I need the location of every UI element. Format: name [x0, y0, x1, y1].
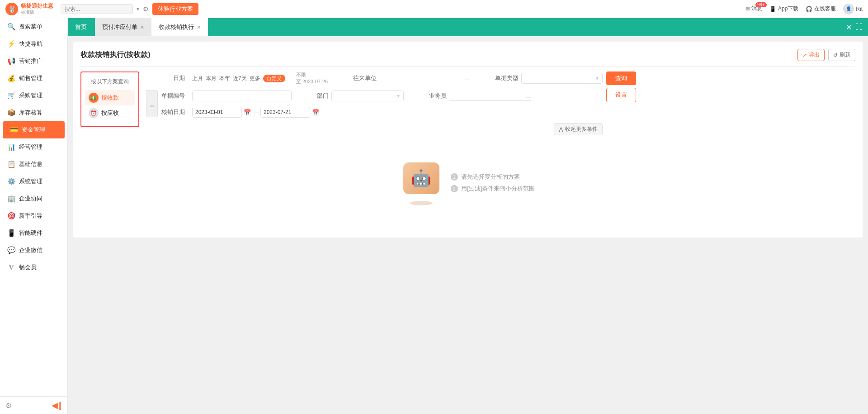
tab-expand-button[interactable]: ⛶	[855, 23, 863, 31]
filter-option-receivable-label: 按应收	[101, 109, 119, 117]
sidebar-item-search-menu[interactable]: 🔍 搜索菜单	[0, 18, 67, 35]
sidebar-item-basic-info[interactable]: 📋 基础信息	[0, 156, 67, 173]
date-this-year[interactable]: 本年	[219, 75, 230, 82]
username-label: Rit	[856, 6, 863, 12]
phone-icon: 📱	[769, 6, 776, 12]
tab-receipt-cancel-close[interactable]: ✕	[197, 24, 201, 30]
enterprise-icon: 🏢	[7, 195, 15, 203]
date-7days[interactable]: 近7天	[233, 75, 247, 82]
finance-icon: 💳	[10, 126, 18, 134]
sidebar-label-sales: 销售管理	[19, 74, 42, 82]
header-search-input[interactable]	[61, 4, 133, 14]
tab-prepay[interactable]: 预付冲应付单 ✕	[95, 18, 151, 36]
tab-home[interactable]: 首页	[68, 18, 94, 36]
tab-close-button[interactable]: ✕	[846, 23, 852, 32]
filter-option-by-receipt[interactable]: 💵 按收款	[85, 90, 135, 105]
message-button[interactable]: ✉ 消息 99+	[745, 5, 762, 13]
sidebar-bottom: ⚙ ◀‖	[0, 396, 67, 414]
sidebar-item-sales[interactable]: 💰 销售管理	[0, 70, 67, 87]
export-button[interactable]: ↗ 导出	[797, 49, 825, 61]
sidebar-label-wechat: 企业微信	[19, 246, 42, 254]
refresh-button[interactable]: ↺ 刷新	[828, 49, 855, 61]
cancel-date-end-input[interactable]	[260, 107, 310, 118]
divider	[80, 67, 855, 67]
sidebar-label-search-menu: 搜索菜单	[19, 23, 42, 31]
date-custom-badge[interactable]: 自定义	[263, 75, 285, 82]
sidebar-label-business: 经营管理	[19, 143, 42, 151]
staff-label: 业务员	[429, 92, 447, 100]
partner-input[interactable]: …	[379, 74, 470, 83]
collapse-filter-sidebar-button[interactable]: 《	[146, 90, 158, 117]
export-label: 导出	[809, 51, 820, 59]
dept-select[interactable]: ▾	[331, 90, 404, 101]
sidebar-item-wechat[interactable]: 💬 企业微信	[0, 242, 67, 259]
date-this-month[interactable]: 本月	[206, 75, 217, 82]
sidebar-label-finance: 资金管理	[22, 126, 45, 134]
filter-fields: 日期 上月 本月 本年 近7天 更多 自定义	[158, 71, 603, 135]
filter-sidebar-title: 按以下方案查询	[85, 78, 135, 86]
tab-home-label: 首页	[75, 23, 87, 31]
app-download-label: App下载	[778, 5, 798, 13]
app-download-button[interactable]: 📱 App下载	[769, 5, 798, 13]
sidebar-item-enterprise[interactable]: 🏢 企业协同	[0, 190, 67, 207]
sidebar-item-quick-nav[interactable]: ⚡ 快捷导航	[0, 35, 67, 52]
tab-prepay-label: 预付冲应付单	[102, 23, 137, 31]
sidebar-item-marketing[interactable]: 📢 营销推广	[0, 52, 67, 70]
basic-info-icon: 📋	[7, 160, 15, 168]
doc-type-label: 单据类型	[495, 74, 519, 82]
doc-type-select[interactable]: ▾	[521, 73, 603, 84]
sidebar-item-guide[interactable]: 🎯 新手引导	[0, 207, 67, 224]
sidebar-label-inventory: 库存核算	[19, 109, 42, 117]
sidebar-item-smart-hw[interactable]: 📱 智能硬件	[0, 224, 67, 242]
calendar-start-icon[interactable]: 📅	[244, 109, 251, 116]
app-name: 畅捷通好生意	[21, 3, 53, 9]
refresh-label: 刷新	[840, 51, 850, 59]
sidebar-label-marketing: 营销推广	[19, 57, 42, 65]
sidebar-item-business[interactable]: 📊 经营管理	[0, 138, 67, 156]
sidebar-item-vip[interactable]: V 畅会员	[0, 259, 67, 276]
user-avatar-area[interactable]: 👤 Rit	[843, 4, 863, 14]
collapse-more-button[interactable]: ⋀ 收起更多条件	[554, 123, 603, 135]
staff-input[interactable]: …	[449, 91, 531, 101]
quick-nav-icon: ⚡	[7, 40, 15, 48]
sidebar-item-finance[interactable]: 💳 资金管理	[3, 121, 65, 138]
online-service-button[interactable]: 🎧 在线客服	[806, 5, 836, 13]
collapse-sidebar-button[interactable]: ◀‖	[52, 400, 62, 410]
sidebar: 🔍 搜索菜单 ⚡ 快捷导航 📢 营销推广 💰 销售管理 🛒 采购管理 📦 库存核…	[0, 18, 68, 414]
cancel-date-start-input[interactable]	[192, 107, 242, 118]
marketing-icon: 📢	[7, 57, 15, 65]
filter-option-receipt-label: 按收款	[101, 94, 119, 102]
date-shortcuts: 上月 本月 本年 近7天 更多 自定义	[192, 75, 285, 82]
industry-button[interactable]: 休验行业方案	[152, 3, 198, 15]
empty-tips: 1 请先选择要分析的方案 2 用[过滤]条件来缩小分析范围	[451, 171, 535, 195]
collapse-more-label: 收起更多条件	[565, 125, 598, 133]
chevron-down-icon[interactable]: ▾	[137, 6, 139, 12]
date-more[interactable]: 更多	[250, 75, 260, 82]
page-title-bar: 收款核销执行(按收款) ↗ 导出 ↺ 刷新	[80, 49, 855, 61]
doc-type-group: 单据类型 ▾	[495, 73, 603, 84]
query-button[interactable]: 查询	[606, 71, 636, 85]
export-icon: ↗	[802, 52, 807, 58]
empty-state: 🤖 1 请先选择要分析的方案 2 用[过滤]条件来缩小分析范围	[80, 135, 855, 230]
sidebar-item-inventory[interactable]: 📦 库存核算	[0, 104, 67, 121]
message-icon: ✉	[745, 6, 750, 12]
filter-sidebar: 按以下方案查询 💵 按收款 ⏰ 按应收	[80, 71, 139, 127]
chevron-down-doc-type: ▾	[596, 75, 599, 81]
tab-prepay-close[interactable]: ✕	[140, 24, 144, 30]
gear-icon[interactable]: ⚙	[143, 5, 149, 13]
filter-body: 日期 上月 本月 本年 近7天 更多 自定义	[158, 71, 636, 135]
sidebar-item-purchase[interactable]: 🛒 采购管理	[0, 87, 67, 104]
tab-receipt-cancel[interactable]: 收款核销执行 ✕	[151, 18, 208, 36]
sidebar-item-system[interactable]: ⚙️ 系统管理	[0, 173, 67, 190]
calendar-end-icon[interactable]: 📅	[312, 109, 319, 116]
sidebar-label-enterprise: 企业协同	[19, 195, 42, 203]
doc-no-input[interactable]	[192, 90, 292, 101]
business-icon: 📊	[7, 143, 15, 151]
filter-option-by-receivable[interactable]: ⏰ 按应收	[85, 105, 135, 121]
date-last-month[interactable]: 上月	[192, 75, 203, 82]
settings-bottom-icon[interactable]: ⚙	[5, 401, 12, 410]
cancel-date-label: 核销日期	[158, 108, 185, 116]
cancel-date-range: 📅 — 📅	[192, 107, 319, 118]
settings-button[interactable]: 设置	[606, 88, 636, 102]
filter-row-3: 核销日期 📅 — 📅	[158, 107, 603, 118]
